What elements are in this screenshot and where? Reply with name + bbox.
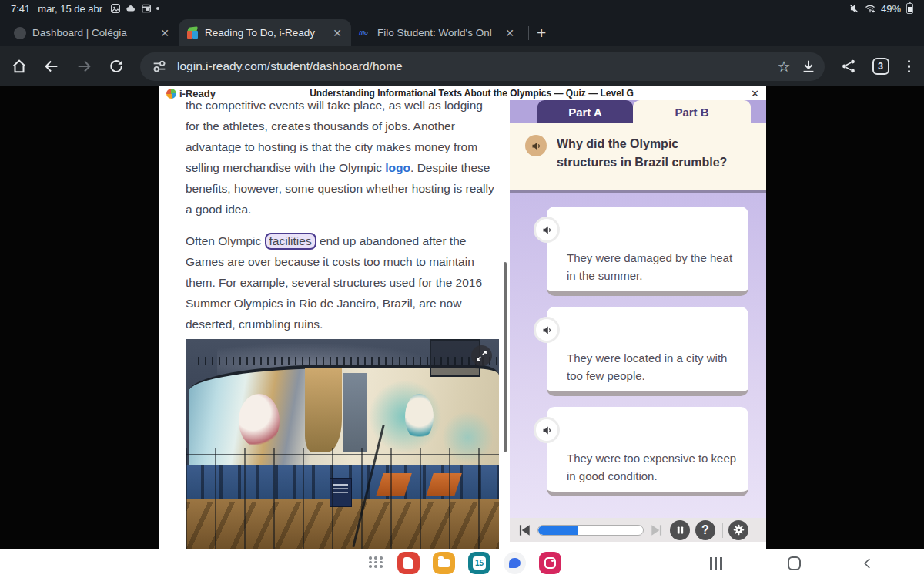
photo-fence: [186, 448, 499, 549]
answer-choice-2[interactable]: They were located in a city with too few…: [547, 307, 748, 396]
help-button[interactable]: ?: [695, 520, 715, 540]
mute-icon: [849, 3, 859, 14]
logo-vocab-link[interactable]: logo: [385, 161, 410, 174]
answer-text: They were located in a city with too few…: [567, 351, 727, 382]
calendar-app-icon[interactable]: 15: [468, 552, 490, 574]
screenshot-icon: [110, 3, 121, 14]
date: mar, 15 de abr: [38, 3, 102, 15]
quiz-header: i-Ready Understanding Informational Text…: [159, 86, 766, 100]
answer-audio-button[interactable]: [534, 317, 560, 343]
iready-favicon: [186, 27, 199, 39]
gear-icon: [732, 523, 745, 536]
question-audio-button[interactable]: [525, 135, 547, 156]
tab-close-icon[interactable]: ✕: [331, 27, 343, 39]
answer-text: They were damaged by the heat in the sum…: [567, 251, 732, 282]
messages-app-icon[interactable]: [504, 552, 526, 574]
quiz-title: Understanding Informational Texts About …: [216, 88, 751, 99]
speaker-icon: [541, 324, 553, 336]
tab-title: Filo Student: World's Onl: [377, 27, 497, 39]
tab-switcher-button[interactable]: 3: [872, 58, 889, 75]
home-button[interactable]: [11, 58, 28, 75]
colegia-favicon: [14, 27, 26, 39]
browser-toolbar: login.i-ready.com/student/dashboard/home…: [0, 46, 924, 86]
audio-divider: [722, 523, 723, 538]
passage-scrollbar[interactable]: [504, 262, 507, 452]
part-tabs: Part A Part B: [510, 100, 766, 123]
new-tab-button[interactable]: +: [537, 24, 546, 42]
tab-part-b[interactable]: Part B: [633, 100, 751, 123]
iready-logo-icon: [166, 89, 176, 99]
bookmark-star-icon[interactable]: ☆: [777, 58, 790, 76]
audio-progress-bar[interactable]: [537, 525, 644, 536]
wifi-icon: [865, 3, 875, 14]
quiz-close-button[interactable]: ✕: [751, 88, 759, 99]
tab-close-icon[interactable]: ✕: [159, 27, 171, 39]
browser-tab-strip: Dashboard | Colégia ✕ Reading To Do, i-R…: [0, 17, 924, 46]
skip-forward-button[interactable]: [649, 523, 665, 538]
camera-app-icon[interactable]: [539, 552, 561, 574]
answer-text: They were too expensive to keep in good …: [567, 452, 736, 482]
back-button[interactable]: [43, 58, 60, 75]
recents-button[interactable]: [710, 557, 722, 570]
audio-player-bar: ?: [510, 518, 766, 542]
tab-title: Reading To Do, i-Ready: [205, 27, 325, 39]
reload-button[interactable]: [108, 58, 125, 75]
web-page: i-Ready Understanding Informational Text…: [0, 86, 924, 549]
more-notifications-dot: [156, 7, 159, 10]
home-nav-button[interactable]: [788, 556, 801, 570]
question-area: Why did the Olympic structures in Brazil…: [510, 123, 766, 190]
tab-dashboard-colegia[interactable]: Dashboard | Colégia ✕: [6, 19, 179, 46]
pause-button[interactable]: [670, 520, 690, 540]
facilities-vocab-word[interactable]: facilities: [265, 233, 316, 250]
passage-text: Often Olympic: [186, 234, 265, 247]
passage-photo: [186, 339, 499, 549]
photo-roof-railing: [198, 357, 499, 365]
battery-icon: [906, 3, 913, 14]
answer-audio-button[interactable]: [534, 217, 560, 243]
android-taskbar: 15: [0, 549, 924, 578]
site-settings-icon[interactable]: [151, 58, 168, 75]
passage-text: end up abandoned after the Games are ove…: [186, 234, 482, 331]
app-drawer-button[interactable]: [369, 556, 383, 568]
forward-button[interactable]: [75, 58, 92, 75]
answer-choice-3[interactable]: They were too expensive to keep in good …: [547, 407, 748, 496]
answer-choice-1[interactable]: They were damaged by the heat in the sum…: [547, 207, 748, 296]
overflow-menu-button[interactable]: [905, 60, 914, 73]
tab-part-a[interactable]: Part A: [537, 100, 633, 123]
answer-audio-button[interactable]: [534, 417, 560, 443]
status-left: 7:41 mar, 15 de abr: [11, 3, 159, 15]
tab-divider: [528, 26, 529, 40]
question-panel: Part A Part B Why did the Olympic struct…: [510, 100, 766, 549]
notes-app-icon[interactable]: [397, 552, 420, 574]
weather-cloud-icon: [126, 3, 136, 14]
audio-progress-fill: [538, 526, 578, 535]
photo-mascot-left: [239, 394, 280, 449]
pause-icon: [676, 526, 685, 535]
download-icon[interactable]: [800, 58, 817, 75]
tab-title: Dashboard | Colégia: [32, 27, 152, 39]
passage-paragraph-2: Often Olympic facilities end up abandone…: [186, 230, 504, 334]
photo-mascot-right: [405, 394, 434, 440]
calendar-day-number: 15: [473, 556, 486, 570]
back-nav-button[interactable]: [861, 556, 875, 570]
tab-filo-student[interactable]: filo Filo Student: World's Onl ✕: [351, 19, 524, 46]
answer-choices: They were damaged by the heat in the sum…: [510, 193, 766, 525]
question-text: Why did the Olympic structures in Brazil…: [557, 135, 727, 190]
settings-button[interactable]: [728, 520, 748, 540]
passage-paragraph-1: the competitive events will take place, …: [186, 100, 504, 220]
passage-pane[interactable]: the competitive events will take place, …: [159, 100, 505, 549]
url-text[interactable]: login.i-ready.com/student/dashboard/home: [177, 59, 768, 73]
files-app-icon[interactable]: [433, 552, 455, 574]
speaker-icon: [531, 140, 542, 152]
speaker-icon: [541, 224, 553, 236]
photo-expand-button[interactable]: [471, 345, 492, 366]
share-icon[interactable]: [840, 58, 857, 75]
url-bar[interactable]: login.i-ready.com/student/dashboard/home…: [140, 52, 825, 81]
speaker-icon: [541, 425, 553, 436]
battery-percent: 49%: [881, 3, 901, 15]
tab-close-icon[interactable]: ✕: [504, 27, 516, 39]
expand-arrows-icon: [476, 350, 487, 361]
tab-reading-iready[interactable]: Reading To Do, i-Ready ✕: [179, 19, 351, 46]
photo-torn-banner: [305, 368, 343, 452]
skip-back-button[interactable]: [517, 523, 532, 538]
